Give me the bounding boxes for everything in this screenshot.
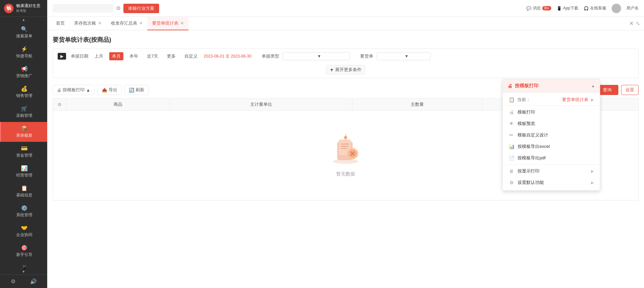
sidebar-item-purchase[interactable]: 🛒 采购管理 [0, 102, 47, 122]
sidebar-item-label: 系统管理 [16, 212, 32, 218]
tab-expand-btn[interactable]: ⤡ [636, 20, 640, 27]
page-title: 要货单统计表(按商品) [53, 36, 639, 44]
date-btn-last-month[interactable]: 上月 [92, 52, 106, 60]
quick-nav-icon: ⚡ [21, 46, 28, 52]
sidebar-item-ops[interactable]: 📊 经营管理 [0, 162, 47, 182]
tab-close-all-btn[interactable]: ✕ [629, 20, 634, 27]
demand-goods-select[interactable]: ▼ [377, 52, 431, 60]
tab-home[interactable]: 首页 [51, 17, 69, 30]
username: 用户名 [626, 5, 639, 11]
export-pdf-label: 按模板导出pdf [518, 155, 546, 161]
sidebar-item-app-center[interactable]: 📱 应用中心 [0, 261, 47, 269]
sidebar-item-guide[interactable]: 🎯 新手引导 [0, 241, 47, 261]
sidebar-item-marketing[interactable]: 📢 营销推广 [0, 62, 47, 82]
sidebar-item-label: 销售管理 [16, 93, 32, 99]
empty-icon [329, 133, 362, 167]
dropdown-item-template-print[interactable]: 🖨 模板打印 [503, 106, 600, 118]
message-item[interactable]: 💬 消息 99+ [526, 5, 551, 11]
order-type-select[interactable]: ▼ [283, 52, 350, 60]
col-settings[interactable]: ⚙ [53, 99, 66, 110]
print-label: 按模板打印 [63, 87, 85, 93]
dropdown-item-template-preview[interactable]: 👁 模板预览 [503, 118, 600, 129]
system-icon: ⚙️ [21, 205, 28, 211]
dropdown-header[interactable]: 🖨 按模板打印 ▲ [503, 79, 600, 93]
sidebar-item-label: 搜索菜单 [16, 33, 32, 39]
sidebar-scroll-down[interactable]: ▼ [0, 269, 47, 275]
trial-btn[interactable]: 体验行业方案 [123, 4, 159, 13]
tab-demand-stats-close[interactable]: ✕ [180, 21, 184, 26]
dropdown-item-export-pdf[interactable]: 📄 按模板导出pdf [503, 152, 600, 164]
settings-btn[interactable]: 设置 [621, 85, 639, 95]
inventory-icon: 📦 [21, 125, 28, 132]
dropdown-submenu: 📋 当前： 要货单统计表 ▶ 🖨 模板打印 👁 模板预览 ✏ 模板自定义设计 [503, 93, 600, 190]
avatar[interactable] [612, 4, 621, 13]
online-service-item[interactable]: 🎧 在线客服 [584, 5, 606, 11]
sidebar-item-quick-nav[interactable]: ⚡ 快捷导航 [0, 42, 47, 62]
enterprise-collab-icon: 🤝 [21, 225, 28, 231]
topbar: ⚙ 体验行业方案 💬 消息 99+ 📱 App下载 🎧 在线客服 用户名 [47, 0, 644, 17]
sidebar-item-enterprise-collab[interactable]: 🤝 企业协同 [0, 221, 47, 241]
export-btn[interactable]: 📤 导出 [97, 85, 122, 95]
sidebar-item-basic-info[interactable]: 📋 基础信息 [0, 182, 47, 201]
search-menu-icon: 🔍 [21, 26, 28, 32]
sidebar-logo: 畅 畅康通好生意 标准版 [0, 0, 47, 17]
sidebar-item-finance[interactable]: 💳 资金管理 [0, 142, 47, 162]
sidebar-bottom: ⚙ 🔊 [0, 275, 47, 288]
message-icon: 💬 [526, 6, 531, 11]
date-btn-last-7-days[interactable]: 近7天 [144, 52, 161, 60]
display-print-label: 按显示打印 [518, 168, 539, 174]
export-label: 导出 [109, 87, 117, 93]
print-btn[interactable]: 🖨 按模板打印 ▲ [53, 85, 95, 95]
col-quantity: 主数量 [352, 99, 482, 110]
sidebar-item-system[interactable]: ⚙️ 系统管理 [0, 201, 47, 221]
tab-inventory-batch-close[interactable]: ✕ [98, 21, 101, 26]
dropdown-item-set-default[interactable]: ⚙ 设置默认功能 ▶ [503, 177, 600, 188]
refresh-label: 刷新 [136, 87, 144, 93]
dropdown-item-export-excel[interactable]: 📊 按模板导出excel [503, 141, 600, 152]
tab-inventory-batch[interactable]: 库存批次账 ✕ [69, 17, 106, 30]
sidebar-item-sales[interactable]: 💰 销售管理 [0, 82, 47, 102]
guide-icon: 🎯 [21, 245, 28, 251]
print-arrow-icon: ▲ [86, 88, 90, 93]
sidebar-items: 🔍 搜索菜单 ⚡ 快捷导航 📢 营销推广 💰 销售管理 🛒 采购管理 📦 库存核… [0, 23, 47, 269]
settings-bottom-icon[interactable]: ⚙ [11, 278, 16, 285]
sidebar-item-search-menu[interactable]: 🔍 搜索菜单 [0, 23, 47, 42]
sidebar-item-label: 库存核算 [16, 133, 32, 138]
filter-toggle-btn[interactable]: ▶ [58, 53, 66, 60]
current-label: 当前： [517, 97, 559, 103]
tab-receipts-summary-close[interactable]: ✕ [139, 21, 143, 26]
table-settings-icon[interactable]: ⚙ [58, 102, 62, 107]
set-default-label: 设置默认功能 [518, 180, 544, 186]
date-btn-this-month[interactable]: 本月 [109, 52, 123, 60]
tab-demand-stats[interactable]: 要货单统计表 ✕ [147, 17, 188, 30]
export-excel-label: 按模板导出excel [518, 143, 550, 150]
date-btn-more[interactable]: 更多 [164, 52, 178, 60]
date-btn-this-year[interactable]: 本年 [127, 52, 141, 60]
dropdown-current-item: 📋 当前： 要货单统计表 ▶ [503, 95, 600, 105]
topbar-gear-icon[interactable]: ⚙ [116, 5, 121, 11]
volume-bottom-icon[interactable]: 🔊 [30, 278, 37, 285]
svg-point-10 [344, 136, 347, 139]
app-download-item[interactable]: 📱 App下载 [557, 5, 578, 11]
refresh-btn[interactable]: 🔄 刷新 [124, 85, 149, 95]
tab-receipts-summary[interactable]: 收发存汇总表 ✕ [106, 17, 147, 30]
dropdown-item-custom-design[interactable]: ✏ 模板自定义设计 [503, 129, 600, 141]
sidebar-item-label: 经营管理 [16, 172, 32, 178]
dropdown-header-arrow-icon: ▲ [591, 84, 595, 88]
col-goods: 商品 [66, 99, 170, 110]
sidebar-item-inventory[interactable]: 📦 库存核算 [0, 122, 47, 142]
dropdown-title: 按模板打印 [515, 83, 538, 89]
sidebar-item-label: 企业协同 [16, 232, 32, 238]
main-content: ⚙ 体验行业方案 💬 消息 99+ 📱 App下载 🎧 在线客服 用户名 首页 [47, 0, 644, 288]
topbar-search-wrap [53, 4, 113, 12]
date-range: 2023-06-01 至 2023-06-30 [204, 54, 251, 59]
set-default-icon: ⚙ [509, 180, 514, 185]
date-btn-custom[interactable]: 自定义 [182, 52, 200, 60]
sidebar-item-label: 营销推广 [16, 73, 32, 79]
tabs-bar: 首页 库存批次账 ✕ 收发存汇总表 ✕ 要货单统计表 ✕ ✕ ⤡ [47, 17, 644, 30]
demand-goods-arrow: ▼ [405, 54, 428, 59]
dropdown-item-display-print[interactable]: 🖥 按显示打印 ▶ [503, 165, 600, 177]
logo-icon: 畅 [4, 4, 13, 13]
sidebar-scroll-up[interactable]: ▲ [0, 17, 47, 23]
expand-conditions-btn[interactable]: ▼ 展开更多条件 [326, 65, 365, 74]
